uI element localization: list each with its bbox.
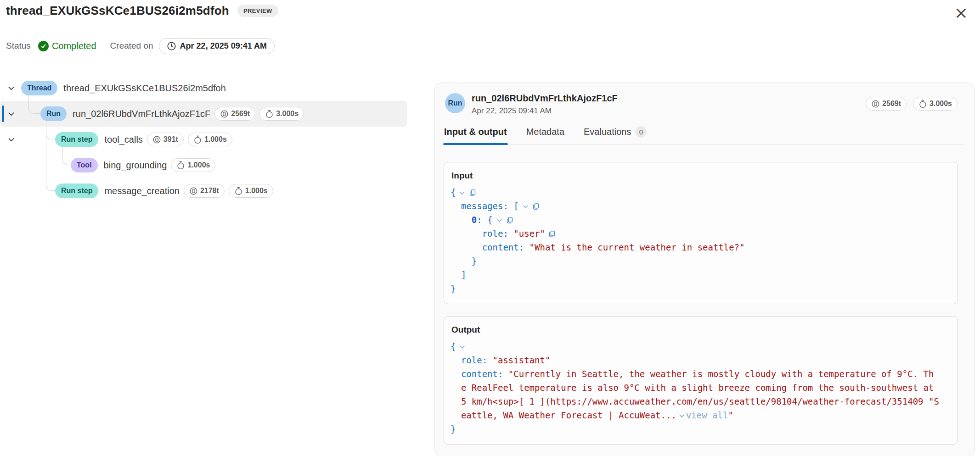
json-line: } (451, 282, 939, 295)
status-bar: Status Completed Created on Apr 22, 2025… (6, 36, 275, 56)
tree-row-tool_calls[interactable]: Run steptool_calls391t1.000s (0, 127, 407, 152)
json-key: role (461, 355, 482, 365)
json-key: messages (461, 201, 503, 211)
tree-connector (28, 95, 40, 114)
tab-input-output[interactable]: Input & output (443, 126, 508, 145)
run-date: Apr 22, 2025 09:41 AM (472, 106, 618, 116)
tab-metadata[interactable]: Metadata (525, 126, 565, 145)
tree-row-run_02l6RUbdVmFrLthkAjozF1cF[interactable]: Runrun_02l6RUbdVmFrLthkAjozF1cF2569t3.00… (0, 101, 407, 127)
created-on-label: Created on (110, 41, 153, 51)
tokens-icon (189, 187, 198, 195)
copy-icon[interactable] (506, 217, 513, 224)
timer-icon (265, 110, 274, 118)
json-punct: { (451, 341, 456, 351)
output-section: Output {role: "assistant"content: "Curre… (444, 316, 958, 445)
json-string: "user" (513, 228, 545, 239)
json-punct: : (519, 242, 529, 252)
tree-row-label: run_02l6RUbdVmFrLthkAjozF1cF (73, 109, 210, 119)
tab-evaluations[interactable]: Evaluations0 (583, 126, 648, 145)
json-punct: : (482, 355, 493, 365)
duration-pill: 1.000s (171, 158, 215, 172)
json-punct: } (472, 256, 477, 266)
tree-row-label: message_creation (104, 186, 179, 196)
type-badge: Thread (21, 81, 57, 95)
json-line: } (451, 254, 939, 268)
json-line: } (451, 422, 939, 436)
json-line: content: "Currently in Seattle, the weat… (451, 367, 939, 422)
run-header: run_02l6RUbdVmFrLthkAjozF1cF Apr 22, 202… (472, 93, 618, 116)
json-key: content (461, 369, 498, 379)
json-line: role: "assistant" (451, 353, 939, 367)
run-metrics: 2569t3.000s (866, 97, 957, 111)
tokens-pill: 391t (147, 133, 184, 146)
input-section: Input {messages: [0: {role: "user"conten… (444, 162, 958, 304)
timer-icon (176, 161, 185, 170)
timer-icon (193, 135, 202, 144)
json-punct: } (451, 284, 456, 294)
type-badge: Run (40, 106, 67, 121)
copy-icon[interactable] (548, 230, 556, 238)
tab-label: Metadata (526, 127, 564, 137)
tab-count-badge: 0 (635, 126, 647, 138)
run-detail-panel: Run run_02l6RUbdVmFrLthkAjozF1cF Apr 22,… (434, 83, 974, 456)
json-string: "What is the current weather in seattle?… (529, 242, 745, 252)
view-all-link[interactable]: view all (686, 410, 728, 420)
collapse-chevron-icon[interactable] (496, 217, 503, 224)
type-badge: Run step (55, 184, 98, 198)
tree-row-label: thread_EXUkGSsKCe1BUS26i2m5dfoh (63, 83, 226, 94)
json-line: 0: { (451, 213, 939, 227)
trace-tree: Threadthread_EXUkGSsKCe1BUS26i2m5dfohRun… (0, 75, 413, 204)
json-line: { (451, 339, 939, 353)
tree-row-label: bing_grounding (104, 160, 167, 171)
close-button[interactable]: × (952, 3, 970, 23)
copy-icon[interactable] (532, 203, 540, 210)
created-date-value: Apr 22, 2025 09:41 AM (180, 41, 267, 51)
tree-row-thread_EXUkGSsKCe1BUS26i2m5dfoh[interactable]: Threadthread_EXUkGSsKCe1BUS26i2m5dfoh (0, 75, 407, 101)
json-punct: ] (461, 270, 466, 280)
tokens-pill: 2569t (214, 107, 255, 121)
preview-badge: PREVIEW (237, 5, 278, 17)
page-title: thread_EXUkGSsKCe1BUS26i2m5dfoh (6, 4, 229, 18)
timer-icon (918, 100, 927, 108)
tab-label: Input & output (444, 127, 507, 137)
output-json-viewer: {role: "assistant"content: "Currently in… (451, 339, 939, 436)
run-type-badge: Run (445, 93, 465, 113)
timer-icon (234, 187, 243, 195)
collapse-chevron-icon[interactable] (459, 344, 466, 350)
completed-check-icon (38, 41, 49, 51)
duration-pill: 3.000s (913, 97, 957, 111)
tree-row-label: tool_calls (104, 134, 142, 145)
type-badge: Tool (71, 158, 98, 172)
trace-viewer-page: thread_EXUkGSsKCe1BUS26i2m5dfoh PREVIEW … (0, 0, 980, 456)
tab-label: Evaluations (584, 127, 631, 137)
json-index: 0 (472, 215, 477, 225)
duration-pill: 1.000s (229, 184, 273, 198)
json-punct: [ (513, 201, 518, 211)
tree-row-message_creation[interactable]: Run stepmessage_creation2178t1.000s (0, 178, 407, 204)
chevron-down-icon[interactable] (6, 134, 17, 145)
output-title: Output (451, 325, 951, 335)
json-punct: : (498, 369, 508, 379)
header-divider (0, 30, 980, 30)
tokens-icon (152, 135, 161, 144)
copy-icon[interactable] (469, 189, 476, 196)
input-title: Input (451, 171, 951, 181)
json-punct: : (477, 215, 487, 225)
json-line: { (451, 185, 939, 199)
expand-chevron-icon[interactable] (678, 412, 685, 419)
chevron-down-icon[interactable] (6, 108, 17, 119)
collapse-chevron-icon[interactable] (459, 189, 466, 196)
tokens-pill: 2178t (184, 184, 225, 198)
json-line: content: "What is the current weather in… (451, 240, 939, 254)
duration-pill: 1.000s (188, 133, 232, 146)
tree-row-bing_grounding[interactable]: Toolbing_grounding1.000s (0, 152, 407, 178)
json-line: ] (451, 268, 939, 282)
json-key: role (482, 228, 503, 239)
status-value: Completed (52, 41, 96, 51)
status-label: Status (6, 41, 31, 51)
json-line: role: "user" (451, 227, 939, 240)
collapse-chevron-icon[interactable] (522, 203, 529, 210)
tokens-icon (871, 100, 880, 108)
type-badge: Run step (55, 132, 98, 147)
chevron-down-icon[interactable] (6, 83, 17, 94)
